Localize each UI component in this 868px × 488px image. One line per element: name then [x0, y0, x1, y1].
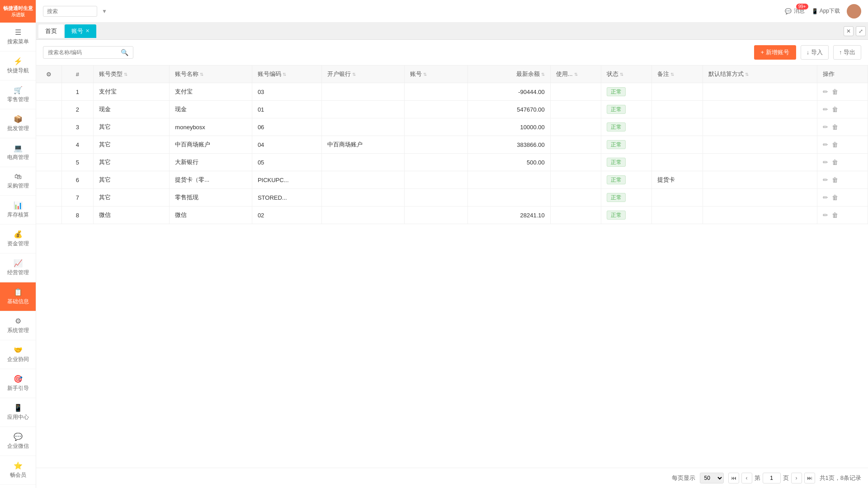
delete-icon-5[interactable]: 🗑 [832, 176, 838, 183]
table-row: 5 其它 大新银行 05 500.00 正常 ✏ 🗑 [36, 154, 868, 171]
row-code-3: 04 [252, 136, 321, 154]
tab-account[interactable]: 账号 ✕ [65, 24, 96, 38]
import-button[interactable]: ↓ 导入 [801, 45, 829, 60]
tab-maximize-btn[interactable]: ⤢ [856, 26, 866, 36]
guide-icon: 🎯 [2, 375, 33, 383]
app-download-button[interactable]: 📱 App下载 [811, 7, 840, 15]
row-balance-4: 500.00 [468, 154, 551, 171]
col-status[interactable]: 状态⇅ [601, 66, 652, 83]
col-balance[interactable]: 最新余额⇅ [468, 66, 551, 83]
tab-close-icon[interactable]: ✕ [85, 28, 90, 34]
sidebar-item-quick-nav[interactable]: ⚡ 快捷导航 [0, 52, 36, 80]
sidebar-item-label: 系统管理 [7, 327, 29, 333]
add-account-button[interactable]: + 新增账号 [754, 45, 796, 60]
row-settlement-4 [703, 154, 817, 171]
row-usage-4 [550, 154, 601, 171]
download-icon: 📱 [811, 8, 818, 14]
last-page-btn[interactable]: ⏭ [804, 473, 815, 483]
sidebar-item-ops-mgmt[interactable]: 📈 经营管理 [0, 253, 36, 282]
edit-icon-5[interactable]: ✏ [823, 176, 828, 183]
sidebar-item-wholesale-mgmt[interactable]: 📦 批发管理 [0, 109, 36, 138]
edit-icon-0[interactable]: ✏ [823, 88, 828, 95]
sidebar-item-basic-info[interactable]: 📋 基础信息 [0, 282, 36, 311]
sidebar-item-inventory[interactable]: 📊 库存核算 [0, 196, 36, 225]
next-page-btn[interactable]: › [791, 473, 802, 483]
row-status-5: 正常 [601, 171, 652, 189]
accounts-table: ⚙ # 账号类型⇅ 账号名称⇅ 账号编码⇅ 开户银行⇅ 账号⇅ 最新余额⇅ 使用… [36, 66, 868, 224]
col-remark[interactable]: 备注⇅ [652, 66, 703, 83]
row-remark-0 [652, 83, 703, 101]
edit-icon-6[interactable]: ✏ [823, 194, 828, 201]
col-settlement[interactable]: 默认结算方式⇅ [703, 66, 817, 83]
row-action-4: ✏ 🗑 [817, 154, 868, 171]
edit-icon-7[interactable]: ✏ [823, 211, 828, 219]
export-button[interactable]: ↑ 导出 [833, 45, 861, 60]
row-code-5: PICKUPC... [252, 171, 321, 189]
delete-icon-3[interactable]: 🗑 [832, 141, 838, 148]
total-label: 共1页，8条记录 [820, 474, 861, 482]
sidebar-item-purchase-mgmt[interactable]: 🛍 采购管理 [0, 167, 36, 196]
table-row: 4 其它 中百商场账户 04 中百商场账户 383866.00 正常 ✏ 🗑 [36, 136, 868, 154]
col-type[interactable]: 账号类型⇅ [93, 66, 170, 83]
sidebar-item-vip[interactable]: ⭐ 畅会员 [0, 456, 36, 485]
sidebar-item-retail-mgmt[interactable]: 🛒 零售管理 [0, 80, 36, 109]
row-type-7: 微信 [93, 206, 170, 224]
delete-icon-0[interactable]: 🗑 [832, 88, 838, 95]
logo-title: 畅捷通时生意 [3, 5, 33, 12]
row-account-0 [404, 83, 467, 101]
row-num-0: 1 [61, 83, 93, 101]
col-action: 操作 [817, 66, 868, 83]
page-input[interactable] [763, 473, 781, 483]
global-search-input[interactable] [43, 6, 97, 17]
delete-icon-6[interactable]: 🗑 [832, 194, 838, 201]
row-usage-2 [550, 118, 601, 136]
row-code-4: 05 [252, 154, 321, 171]
edit-icon-3[interactable]: ✏ [823, 141, 828, 148]
search-dropdown-icon[interactable]: ▼ [102, 8, 107, 14]
prev-page-btn[interactable]: ‹ [741, 473, 752, 483]
table-row: 7 其它 零售抵现 STORED... 正常 ✏ 🗑 [36, 189, 868, 206]
row-code-2: 06 [252, 118, 321, 136]
tab-home[interactable]: 首页 [38, 24, 64, 38]
row-num-3: 4 [61, 136, 93, 154]
col-bank[interactable]: 开户银行⇅ [322, 66, 405, 83]
search-box: 🔍 [43, 46, 133, 59]
delete-icon-2[interactable]: 🗑 [832, 123, 838, 131]
sidebar-item-finance-mgmt[interactable]: 💰 资金管理 [0, 225, 36, 253]
row-bank-7 [322, 206, 405, 224]
row-account-4 [404, 154, 467, 171]
page-size-select[interactable]: 50 20 100 [700, 473, 724, 483]
sidebar-item-app-center[interactable]: 📱 应用中心 [0, 398, 36, 427]
delete-icon-4[interactable]: 🗑 [832, 159, 838, 166]
ecommerce-icon: 💻 [2, 144, 33, 152]
sidebar-item-new-guide[interactable]: 🎯 新手引导 [0, 369, 36, 398]
tab-close-btn[interactable]: ✕ [844, 26, 854, 36]
row-balance-3: 383866.00 [468, 136, 551, 154]
col-usage[interactable]: 使用...⇅ [550, 66, 601, 83]
search-input[interactable] [48, 49, 121, 56]
col-code[interactable]: 账号编码⇅ [252, 66, 321, 83]
delete-icon-7[interactable]: 🗑 [832, 211, 838, 219]
col-account[interactable]: 账号⇅ [404, 66, 467, 83]
sidebar-item-system-mgmt[interactable]: ⚙ 系统管理 [0, 311, 36, 340]
user-avatar[interactable] [847, 4, 861, 19]
sidebar-item-label: 畅会员 [10, 472, 26, 478]
notification-button[interactable]: 💬 消息 99+ [785, 7, 805, 15]
sidebar-item-enterprise-wechat[interactable]: 💬 企业微信 [0, 427, 36, 456]
col-settings[interactable]: ⚙ [36, 66, 61, 83]
row-action-5: ✏ 🗑 [817, 171, 868, 189]
app-download-label: App下载 [820, 7, 840, 15]
delete-icon-1[interactable]: 🗑 [832, 106, 838, 113]
edit-icon-2[interactable]: ✏ [823, 123, 828, 131]
sidebar-item-ecommerce-mgmt[interactable]: 💻 电商管理 [0, 138, 36, 167]
row-usage-6 [550, 189, 601, 206]
edit-icon-1[interactable]: ✏ [823, 106, 828, 113]
first-page-btn[interactable]: ⏮ [728, 473, 739, 483]
sidebar-item-enterprise-agreement[interactable]: 🤝 企业协同 [0, 340, 36, 369]
edit-icon-4[interactable]: ✏ [823, 159, 828, 166]
row-account-5 [404, 171, 467, 189]
sidebar-item-label: 经营管理 [7, 269, 29, 276]
sidebar-item-search-menu[interactable]: ☰ 搜索菜单 [0, 23, 36, 52]
col-name[interactable]: 账号名称⇅ [170, 66, 252, 83]
page-size-label: 每页显示 [672, 474, 695, 482]
